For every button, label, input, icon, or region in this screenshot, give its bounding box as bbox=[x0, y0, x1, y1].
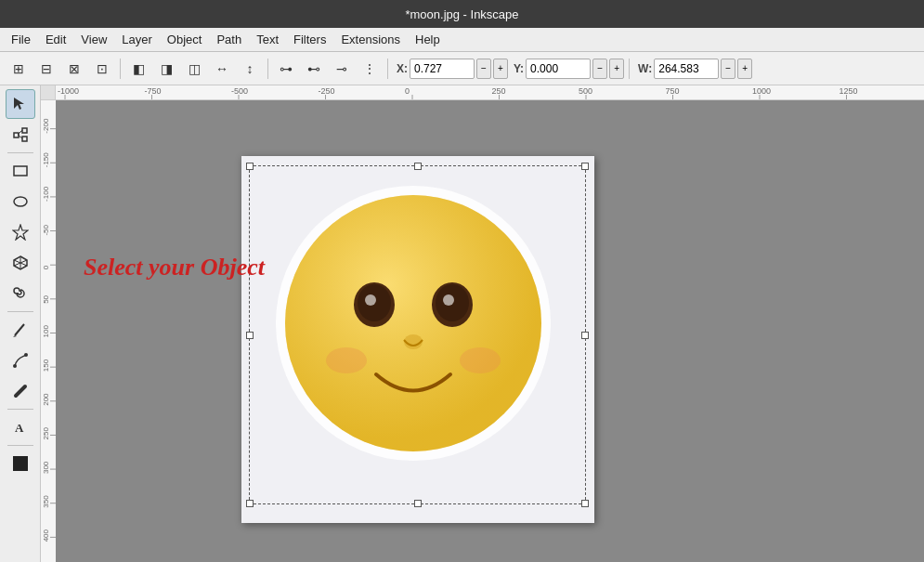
w-label: W: bbox=[638, 62, 652, 75]
select-object-text: Select your Object bbox=[84, 254, 265, 281]
menu-item-layer[interactable]: Layer bbox=[114, 31, 160, 48]
align-btn-3[interactable]: ◫ bbox=[181, 56, 207, 82]
svg-point-31 bbox=[460, 347, 501, 373]
toolbar: ⊞ ⊟ ⊠ ⊡ ◧ ◨ ◫ ↔ ↕ ⊶ ⊷ ⊸ ⋮ X: − + Y: − + … bbox=[0, 52, 924, 85]
ellipse-tool-btn[interactable] bbox=[6, 187, 35, 216]
pencil-tool-btn[interactable] bbox=[6, 315, 35, 345]
svg-marker-8 bbox=[13, 225, 28, 240]
canvas-area[interactable]: Select your Object bbox=[41, 85, 924, 562]
x-label: X: bbox=[397, 62, 408, 75]
svg-rect-19 bbox=[13, 456, 28, 471]
svg-point-22 bbox=[285, 195, 541, 451]
toolbar-sep-1 bbox=[120, 59, 121, 79]
rect-tool-btn[interactable] bbox=[6, 156, 35, 186]
svg-line-13 bbox=[15, 324, 24, 335]
menu-item-edit[interactable]: Edit bbox=[38, 31, 73, 48]
w-input[interactable] bbox=[654, 59, 719, 79]
handle-ml[interactable] bbox=[246, 332, 254, 339]
y-coord-field: Y: − + bbox=[514, 59, 624, 79]
x-coord-field: X: − + bbox=[397, 59, 508, 79]
y-plus[interactable]: + bbox=[609, 59, 624, 79]
menu-item-text[interactable]: Text bbox=[249, 31, 286, 48]
svg-text:A: A bbox=[15, 421, 24, 435]
v-ruler-canvas bbox=[41, 85, 56, 562]
dist-btn-2[interactable]: ⊷ bbox=[301, 56, 327, 82]
w-plus[interactable]: + bbox=[737, 59, 752, 79]
svg-line-17 bbox=[16, 386, 25, 396]
moon-image bbox=[274, 184, 562, 472]
handle-bm[interactable] bbox=[414, 500, 422, 507]
dist-btn-3[interactable]: ⊸ bbox=[329, 56, 355, 82]
svg-point-30 bbox=[326, 347, 367, 373]
fill-color-btn[interactable] bbox=[6, 449, 35, 478]
svg-point-7 bbox=[14, 197, 27, 206]
snap-btn-2[interactable]: ⊟ bbox=[33, 56, 59, 82]
h-ruler-canvas bbox=[56, 85, 924, 100]
menu-item-path[interactable]: Path bbox=[209, 31, 249, 48]
ruler-corner bbox=[41, 85, 56, 100]
3d-tool-btn[interactable] bbox=[6, 248, 35, 278]
ruler-vertical bbox=[41, 85, 56, 562]
y-label: Y: bbox=[514, 62, 524, 75]
title-bar: *moon.jpg - Inkscape bbox=[0, 0, 924, 28]
w-minus[interactable]: − bbox=[721, 59, 735, 79]
pen-tool-btn[interactable] bbox=[6, 346, 35, 375]
y-input[interactable] bbox=[526, 59, 591, 79]
svg-point-28 bbox=[443, 294, 454, 306]
window-title: *moon.jpg - Inkscape bbox=[405, 7, 518, 21]
svg-point-16 bbox=[13, 364, 17, 368]
tool-sep-2 bbox=[7, 311, 33, 312]
handle-tl[interactable] bbox=[246, 163, 254, 170]
w-coord-field: W: − + bbox=[638, 59, 752, 79]
spiral-tool-btn[interactable] bbox=[6, 279, 35, 308]
flip-btn-1[interactable]: ↔ bbox=[209, 56, 235, 82]
ruler-horizontal bbox=[56, 85, 924, 100]
x-minus[interactable]: − bbox=[476, 59, 491, 79]
star-tool-btn[interactable] bbox=[6, 217, 35, 247]
snap-btn-1[interactable]: ⊞ bbox=[6, 56, 32, 82]
handle-br[interactable] bbox=[581, 500, 589, 507]
flip-btn-2[interactable]: ↕ bbox=[237, 56, 263, 82]
snap-btn-4[interactable]: ⊡ bbox=[89, 56, 115, 82]
main-area: A bbox=[0, 85, 924, 562]
toolbox: A bbox=[0, 85, 41, 562]
menu-item-extensions[interactable]: Extensions bbox=[333, 31, 408, 48]
select-tool-btn[interactable] bbox=[6, 89, 35, 119]
x-input[interactable] bbox=[410, 59, 475, 79]
handle-tr[interactable] bbox=[581, 163, 589, 170]
svg-point-25 bbox=[365, 294, 376, 306]
menu-bar: FileEditViewLayerObjectPathTextFiltersEx… bbox=[0, 28, 924, 52]
tool-sep-4 bbox=[7, 445, 33, 446]
svg-point-15 bbox=[24, 353, 28, 357]
tool-sep-1 bbox=[7, 152, 33, 153]
svg-marker-14 bbox=[13, 335, 17, 337]
handle-bl[interactable] bbox=[246, 500, 254, 507]
svg-rect-2 bbox=[22, 128, 27, 133]
handle-tm[interactable] bbox=[414, 163, 422, 170]
align-btn-1[interactable]: ◧ bbox=[125, 56, 151, 82]
svg-rect-3 bbox=[22, 137, 27, 141]
toolbar-sep-3 bbox=[387, 59, 388, 79]
dist-btn-1[interactable]: ⊶ bbox=[273, 56, 299, 82]
menu-item-object[interactable]: Object bbox=[160, 31, 210, 48]
text-tool-btn[interactable]: A bbox=[6, 412, 35, 442]
svg-rect-6 bbox=[14, 166, 27, 176]
menu-item-view[interactable]: View bbox=[73, 31, 114, 48]
menu-item-help[interactable]: Help bbox=[408, 31, 448, 48]
menu-item-file[interactable]: File bbox=[4, 31, 38, 48]
dist-btn-4[interactable]: ⋮ bbox=[357, 56, 383, 82]
align-btn-2[interactable]: ◨ bbox=[153, 56, 179, 82]
tool-sep-3 bbox=[7, 409, 33, 410]
toolbar-sep-2 bbox=[267, 59, 268, 79]
menu-item-filters[interactable]: Filters bbox=[286, 31, 333, 48]
svg-marker-0 bbox=[14, 98, 24, 110]
node-tool-btn[interactable] bbox=[6, 120, 35, 150]
snap-btn-3[interactable]: ⊠ bbox=[61, 56, 87, 82]
x-plus[interactable]: + bbox=[493, 59, 508, 79]
drawing-surface[interactable]: Select your Object bbox=[56, 100, 924, 562]
toolbar-sep-4 bbox=[629, 59, 630, 79]
y-minus[interactable]: − bbox=[592, 59, 607, 79]
handle-mr[interactable] bbox=[581, 332, 589, 339]
calligraphy-tool-btn[interactable] bbox=[6, 376, 35, 406]
page-canvas bbox=[241, 156, 594, 523]
